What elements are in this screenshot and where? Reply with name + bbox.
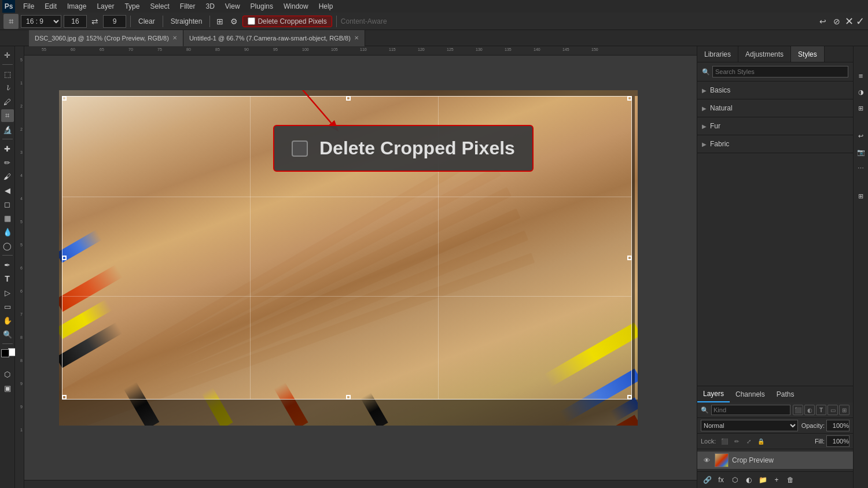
quick-mask-toggle[interactable]: ⬡ [1,368,14,380]
grid-icon-strip[interactable]: ⊞ [855,190,867,202]
menu-window[interactable]: Window [279,1,313,12]
menu-edit[interactable]: Edit [40,1,61,12]
redo-button[interactable]: ⊘ [831,16,843,27]
crop-width-input[interactable] [64,15,87,28]
delete-cropped-label[interactable]: Delete Cropped Pixels [258,17,326,25]
menubar: Ps File Edit Image Layer Type Select Fil… [0,0,868,13]
hand-tool[interactable]: ✋ [1,314,14,327]
zoom-tool[interactable]: 🔍 [1,328,14,341]
shape-tool[interactable]: ▭ [1,300,14,313]
tab-dsc3060[interactable]: DSC_3060.jpg @ 152% (Crop Preview, RGB/8… [29,30,183,46]
add-mask-button[interactable]: ⬡ [729,474,741,486]
menu-file[interactable]: File [19,1,39,12]
styles-search-input[interactable] [712,66,848,77]
eraser-tool[interactable]: ◻ [1,198,14,210]
blend-mode-select[interactable]: Normal [701,420,798,431]
filter-adjust-icon[interactable]: ◐ [804,405,815,415]
fill-input[interactable] [826,435,849,447]
menu-type[interactable]: Type [120,1,144,12]
popup-checkbox[interactable] [292,141,308,157]
group-layers-button[interactable]: 📁 [756,474,769,486]
canvas-viewport[interactable]: Delete Cropped Pixels [24,56,697,480]
horizontal-scrollbar[interactable] [24,480,697,488]
add-style-button[interactable]: fx [715,474,727,486]
lock-paint-icon[interactable]: ✏ [731,436,742,446]
history-icon-strip[interactable]: ↩ [855,130,867,142]
camera-icon-strip[interactable]: 📷 [855,146,867,158]
swap-dimensions-button[interactable]: ⇄ [89,16,101,27]
layer-visibility-icon[interactable]: 👁 [702,456,711,465]
adjustment-layer-button[interactable]: ◐ [742,474,755,486]
tab-untitled-close[interactable]: ✕ [354,35,359,41]
move-tool[interactable]: ✛ [1,49,14,61]
clone-tool[interactable]: 🖌 [1,170,14,183]
delete-cropped-checkbox[interactable] [248,17,255,25]
styles-icon-strip[interactable]: ⊞ [855,102,867,114]
history-tool[interactable]: ◀ [1,184,14,197]
crop-tool-icon[interactable]: ⌗ [3,14,19,29]
tab-adjustments[interactable]: Adjustments [738,46,791,62]
grid-overlay-button[interactable]: ⊞ [214,16,226,27]
more-icon-strip[interactable]: ⋯ [855,162,867,175]
tab-paths[interactable]: Paths [771,386,800,402]
opacity-input[interactable] [826,420,849,431]
ratio-select[interactable]: 16 : 9 1 : 1 4 : 3 [21,15,61,28]
confirm-crop-button[interactable]: ✓ [856,15,865,28]
link-layers-button[interactable]: 🔗 [701,474,713,486]
menu-select[interactable]: Select [145,1,174,12]
pen-tool[interactable]: ✒ [1,258,14,271]
delete-layer-button[interactable]: 🗑 [784,474,797,486]
eyedropper-tool[interactable]: 🔬 [1,123,14,136]
new-layer-button[interactable]: + [770,474,783,486]
filter-smart-icon[interactable]: ⊞ [839,405,849,415]
menu-image[interactable]: Image [62,1,91,12]
menu-plugins[interactable]: Plugins [246,1,278,12]
text-tool[interactable]: T [1,272,14,285]
settings-button[interactable]: ⚙ [228,16,240,27]
lock-artboard-icon[interactable]: ⤢ [744,436,754,446]
menu-view[interactable]: View [220,1,245,12]
quick-select-tool[interactable]: 🖊 [1,95,14,108]
style-group-natural-header[interactable]: ▶ Natural [697,102,853,114]
adjustments-icon-strip[interactable]: ◑ [855,86,867,98]
screen-mode-toggle[interactable]: ▣ [1,382,14,394]
cancel-crop-button[interactable]: ✕ [845,15,854,28]
straighten-button[interactable]: Straighten [167,16,206,27]
lock-move-icon[interactable]: 🔒 [756,436,766,446]
tab-layers[interactable]: Layers [697,386,730,402]
path-select-tool[interactable]: ▷ [1,286,14,299]
layers-kind-input[interactable] [711,405,790,415]
brush-tool[interactable]: ✏ [1,156,14,169]
tab-dsc3060-close[interactable]: ✕ [172,35,177,41]
clear-button[interactable]: Clear [135,16,159,27]
tab-styles[interactable]: Styles [791,46,825,62]
filter-type-icon[interactable]: T [816,405,826,415]
style-group-fabric-header[interactable]: ▶ Fabric [697,138,853,150]
dodge-tool[interactable]: ◯ [1,239,14,252]
tab-channels[interactable]: Channels [730,386,771,402]
menu-3d[interactable]: 3D [201,1,219,12]
healing-tool[interactable]: ✚ [1,142,14,155]
menu-help[interactable]: Help [314,1,338,12]
filter-shape-icon[interactable]: ▭ [827,405,838,415]
undo-button[interactable]: ↩ [817,16,829,27]
layers-icon-strip[interactable]: ≡ [855,69,867,82]
lock-pixels-icon[interactable]: ⬛ [719,436,730,446]
menu-filter[interactable]: Filter [175,1,200,12]
style-group-fur-header[interactable]: ▶ Fur [697,120,853,132]
gradient-tool[interactable]: ▦ [1,212,14,224]
menu-layer[interactable]: Layer [92,1,119,12]
tab-untitled-label: Untitled-1 @ 66.7% (7.Camera-raw-smart-o… [189,35,351,42]
filter-pixel-icon[interactable]: ⬛ [793,405,803,415]
style-group-basics-header[interactable]: ▶ Basics [697,84,853,97]
layer-crop-preview[interactable]: 👁 Crop Preview [697,452,853,469]
blur-tool[interactable]: 💧 [1,225,14,238]
crop-height-input[interactable] [103,15,126,28]
lasso-tool[interactable]: 𝓵 [1,82,14,94]
marquee-tool[interactable]: ⬚ [1,68,14,80]
tab-untitled[interactable]: Untitled-1 @ 66.7% (7.Camera-raw-smart-o… [183,30,365,46]
tab-libraries[interactable]: Libraries [697,46,738,62]
delete-cropped-option[interactable]: Delete Cropped Pixels [242,16,332,27]
foreground-color-swatch[interactable] [1,349,9,357]
crop-tool[interactable]: ⌗ [1,109,14,122]
